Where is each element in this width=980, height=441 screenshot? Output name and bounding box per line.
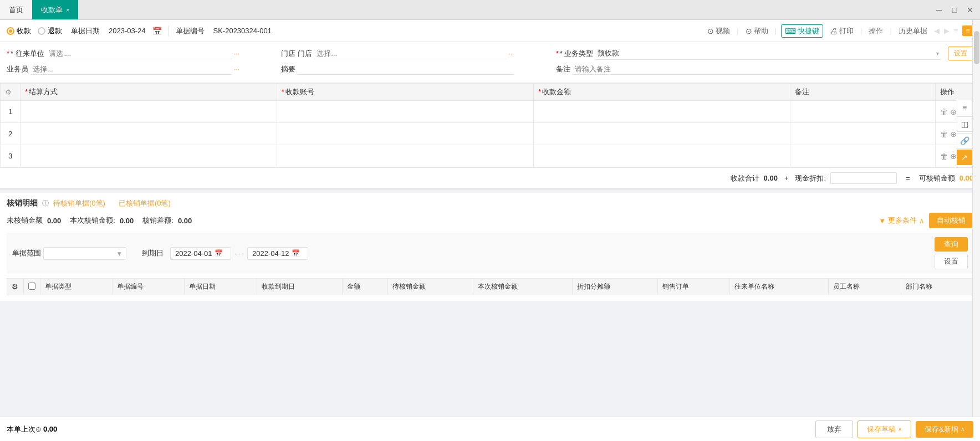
delete-icon-2[interactable]: 🗑 xyxy=(940,130,948,139)
operation-label: 操作 xyxy=(869,26,883,36)
store-input[interactable] xyxy=(314,48,506,59)
right-tool-expand[interactable]: ↗ xyxy=(957,150,972,165)
radio-refund-circle xyxy=(38,27,45,35)
current-stat: 本次核销金额: 0.00 xyxy=(70,216,134,225)
right-tool-link[interactable]: 🔗 xyxy=(957,133,972,148)
copy-icon-3[interactable]: ⊕ xyxy=(950,152,957,161)
cell-amount-2[interactable] xyxy=(534,123,790,145)
cell-settlement-3[interactable] xyxy=(21,145,277,167)
store-field: 门店 门店 ··· xyxy=(281,48,514,59)
scope-chevron-icon: ▾ xyxy=(118,249,121,258)
cell-settlement-2[interactable] xyxy=(21,123,277,145)
store-more[interactable]: ··· xyxy=(508,50,514,58)
discount-input[interactable] xyxy=(830,172,897,184)
scope-field: 单据范围 ▾ xyxy=(12,247,126,260)
divider1 xyxy=(169,25,169,37)
query-actions: 查询 设置 xyxy=(935,237,968,269)
right-tool-table[interactable]: ≡ xyxy=(957,100,972,115)
operation-btn[interactable]: 操作 xyxy=(866,25,885,37)
history-btn[interactable]: 历史单据 xyxy=(896,25,930,37)
more-conditions-btn[interactable]: ▼ 更多条件 ∧ xyxy=(879,216,925,225)
video-btn[interactable]: ⊙ 视频 xyxy=(705,25,732,37)
cell-remark-2[interactable] xyxy=(790,123,936,145)
diff-stat: 核销差额: 0.00 xyxy=(142,216,192,225)
date-label: 单据日期 xyxy=(71,26,100,36)
query-button[interactable]: 查询 xyxy=(935,237,968,252)
col-employee-name: 员工名称 xyxy=(829,279,901,295)
cell-amount-1[interactable] xyxy=(534,101,790,123)
save-new-label: 保存&新增 xyxy=(925,424,958,434)
tab-active-collection[interactable]: 收款单 × xyxy=(32,0,78,19)
copy-icon-2[interactable]: ⊕ xyxy=(950,130,957,139)
scrollbar-thumb[interactable] xyxy=(974,31,979,64)
maximize-button[interactable]: □ xyxy=(949,4,960,16)
scrollbar[interactable] xyxy=(972,20,980,417)
cell-account-2[interactable] xyxy=(277,123,534,145)
collection-table: ⚙ *结算方式 *收款账号 *收款金额 备注 操作 1 xyxy=(0,83,980,167)
settings-col-header: ⚙ xyxy=(1,84,21,101)
cell-remark-1[interactable] xyxy=(790,101,936,123)
pending-tab[interactable]: 待核销单据(0笔) xyxy=(53,198,105,208)
delete-icon-3[interactable]: 🗑 xyxy=(940,152,948,161)
due-date-to-picker[interactable]: 2022-04-12 📅 xyxy=(247,247,308,260)
set-button[interactable]: 设置 xyxy=(948,47,973,60)
due-date-from-picker[interactable]: 2022-04-01 📅 xyxy=(170,247,231,260)
salesperson-input[interactable] xyxy=(30,64,232,75)
filter-icon: ▼ xyxy=(879,217,886,225)
number-value: SK-20230324-001 xyxy=(213,27,272,35)
business-type-select[interactable]: 预收款 ▾ xyxy=(595,47,941,60)
delete-icon-1[interactable]: 🗑 xyxy=(940,107,948,116)
remark-input[interactable] xyxy=(573,64,973,75)
counterpart-input[interactable] xyxy=(47,48,232,59)
footer-right: 放弃 保存草稿 ∧ 保存&新增 ∧ xyxy=(815,421,973,438)
print-btn[interactable]: 🖨 打印 xyxy=(828,25,856,37)
date-field: 单据日期 2023-03-24 📅 xyxy=(71,26,162,36)
remark-field: 备注 xyxy=(556,64,973,75)
calendar-icon[interactable]: 📅 xyxy=(152,27,162,35)
diff-label: 核销差额: xyxy=(142,216,173,225)
right-tool-panel[interactable]: ◫ xyxy=(957,116,972,132)
minimize-button[interactable]: ─ xyxy=(933,4,945,16)
copy-icon-1[interactable]: ⊕ xyxy=(950,107,957,116)
abandon-button[interactable]: 放弃 xyxy=(815,421,853,438)
table-settings-icon[interactable]: ⚙ xyxy=(5,88,12,96)
counterpart-more[interactable]: ··· xyxy=(234,50,239,58)
save-new-button[interactable]: 保存&新增 ∧ xyxy=(916,421,973,438)
cell-account-3[interactable] xyxy=(277,145,534,167)
col-settlement-method: *结算方式 xyxy=(21,84,277,101)
auto-verify-button[interactable]: 自动核销 xyxy=(929,213,973,228)
cell-remark-3[interactable] xyxy=(790,145,936,167)
bottom-table-settings-icon[interactable]: ⚙ xyxy=(12,283,18,291)
radio-collection-circle xyxy=(7,27,14,35)
salesperson-more[interactable]: ··· xyxy=(234,65,239,73)
radio-collection[interactable]: 收款 xyxy=(7,26,31,36)
close-button[interactable]: ✕ xyxy=(964,4,976,16)
summary-input[interactable] xyxy=(298,64,514,75)
total-label: 收款合计 xyxy=(731,173,759,183)
tab-home-label: 首页 xyxy=(9,5,23,15)
video-label: 视频 xyxy=(716,26,730,36)
business-type-label: * 业务类型 xyxy=(560,49,594,59)
shortcut-btn[interactable]: ⌨ 快捷键 xyxy=(781,24,823,38)
tab-close-icon[interactable]: × xyxy=(66,7,69,13)
save-draft-button[interactable]: 保存草稿 ∧ xyxy=(858,421,911,438)
tab-home[interactable]: 首页 xyxy=(0,0,32,19)
col-due-date: 收款到期日 xyxy=(257,279,342,295)
calendar-from-icon: 📅 xyxy=(215,249,223,257)
help-btn[interactable]: ⊙ 帮助 xyxy=(743,25,770,37)
cell-settlement-1[interactable] xyxy=(21,101,277,123)
radio-refund[interactable]: 退款 xyxy=(38,26,62,36)
col-dept-name: 部门名称 xyxy=(901,279,973,295)
col-doc-type: 单据类型 xyxy=(40,279,113,295)
verified-tab[interactable]: 已核销单据(0笔) xyxy=(119,198,171,208)
total-value: 0.00 xyxy=(764,174,778,182)
cell-account-1[interactable] xyxy=(277,101,534,123)
select-all-checkbox[interactable] xyxy=(28,283,35,290)
scope-select[interactable]: ▾ xyxy=(43,247,126,260)
cell-amount-3[interactable] xyxy=(534,145,790,167)
business-type-value: 预收款 xyxy=(598,48,936,58)
right-tools: ≡ ◫ 🔗 ↗ xyxy=(957,100,972,166)
chevron-up-icon: ∧ xyxy=(919,217,925,225)
verify-settings-button[interactable]: 设置 xyxy=(935,254,968,269)
salesperson-label: 业务员 xyxy=(7,64,28,74)
